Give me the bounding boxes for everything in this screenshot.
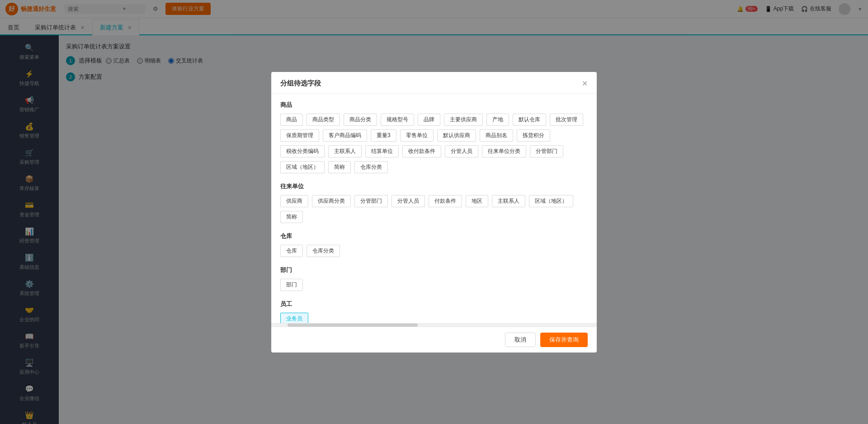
field-tag[interactable]: 批次管理 [550, 114, 583, 126]
modal-footer: 取消 保存并查询 [271, 327, 597, 353]
section-dept-fields: 部门 [280, 279, 588, 291]
field-tag[interactable]: 简称 [328, 161, 351, 173]
field-tag[interactable]: 品牌 [418, 114, 440, 126]
field-tag[interactable]: 供应商分类 [312, 195, 351, 207]
section-goods-title: 商品 [280, 101, 588, 109]
section-warehouse: 仓库 仓库 仓库分类 [280, 232, 588, 257]
modal-body: 商品 商品 商品类型 商品分类 规格型号 品牌 主要供应商 产地 默认仓库 批次… [271, 94, 597, 323]
field-tag[interactable]: 主要供应商 [444, 114, 483, 126]
field-tag[interactable]: 仓库分类 [307, 245, 340, 257]
field-tag[interactable]: 分管人员 [445, 145, 478, 157]
field-tag[interactable]: 分管部门 [530, 145, 563, 157]
modal-header: 分组待选字段 ✕ [271, 72, 597, 94]
field-tag[interactable]: 结算单位 [365, 145, 399, 157]
field-tag[interactable]: 简称 [280, 211, 303, 223]
field-tag[interactable]: 商品分类 [344, 114, 377, 126]
field-select-modal: 分组待选字段 ✕ 商品 商品 商品类型 商品分类 规格型号 品牌 主要供应商 产… [271, 72, 597, 353]
field-tag[interactable]: 零售单位 [400, 129, 434, 142]
field-tag[interactable]: 分管人员 [392, 195, 425, 207]
section-goods-fields: 商品 商品类型 商品分类 规格型号 品牌 主要供应商 产地 默认仓库 批次管理 … [280, 114, 588, 173]
field-tag[interactable]: 收付款条件 [402, 145, 441, 157]
section-goods: 商品 商品 商品类型 商品分类 规格型号 品牌 主要供应商 产地 默认仓库 批次… [280, 101, 588, 173]
modal-overlay: 分组待选字段 ✕ 商品 商品 商品类型 商品分类 规格型号 品牌 主要供应商 产… [0, 0, 868, 424]
field-tag[interactable]: 地区 [466, 195, 488, 207]
section-employee-fields: 业务员 [280, 313, 588, 323]
field-tag[interactable]: 分管部门 [354, 195, 388, 207]
field-tag[interactable]: 默认仓库 [513, 114, 546, 126]
field-tag[interactable]: 往来单位分类 [482, 145, 526, 157]
field-tag[interactable]: 部门 [280, 279, 303, 291]
section-warehouse-fields: 仓库 仓库分类 [280, 245, 588, 257]
field-tag[interactable]: 产地 [486, 114, 509, 126]
field-tag[interactable]: 客户商品编码 [323, 129, 367, 142]
save-query-button[interactable]: 保存并查询 [540, 333, 588, 347]
cancel-button[interactable]: 取消 [505, 333, 536, 347]
field-tag[interactable]: 供应商 [280, 195, 308, 207]
modal-close-button[interactable]: ✕ [582, 79, 588, 88]
field-tag[interactable]: 拣货积分 [517, 129, 550, 142]
field-tag[interactable]: 保质期管理 [280, 129, 319, 142]
field-tag[interactable]: 重量3 [371, 129, 396, 142]
section-partner-title: 往来单位 [280, 182, 588, 191]
section-dept: 部门 部门 [280, 266, 588, 291]
section-employee: 员工 业务员 [280, 300, 588, 323]
field-tag[interactable]: 仓库分类 [354, 161, 388, 173]
horizontal-scrollbar[interactable] [271, 323, 597, 327]
field-tag[interactable]: 区域（地区） [280, 161, 325, 173]
field-tag[interactable]: 默认供应商 [437, 129, 476, 142]
modal-title: 分组待选字段 [280, 79, 321, 88]
field-tag[interactable]: 税收分类编码 [280, 145, 325, 157]
section-employee-title: 员工 [280, 300, 588, 308]
field-tag-salesperson[interactable]: 业务员 [280, 313, 308, 323]
section-partner-fields: 供应商 供应商分类 分管部门 分管人员 付款条件 地区 主联系人 区域（地区） … [280, 195, 588, 223]
scrollbar-thumb [288, 324, 418, 327]
field-tag[interactable]: 区域（地区） [529, 195, 573, 207]
field-tag[interactable]: 仓库 [280, 245, 303, 257]
field-tag[interactable]: 商品类型 [307, 114, 340, 126]
field-tag[interactable]: 规格型号 [381, 114, 414, 126]
section-warehouse-title: 仓库 [280, 232, 588, 240]
section-dept-title: 部门 [280, 266, 588, 274]
field-tag[interactable]: 商品别名 [480, 129, 513, 142]
field-tag[interactable]: 付款条件 [429, 195, 462, 207]
field-tag[interactable]: 主联系人 [328, 145, 362, 157]
field-tag[interactable]: 商品 [280, 114, 303, 126]
field-tag[interactable]: 主联系人 [492, 195, 525, 207]
section-partner: 往来单位 供应商 供应商分类 分管部门 分管人员 付款条件 地区 主联系人 区域… [280, 182, 588, 223]
